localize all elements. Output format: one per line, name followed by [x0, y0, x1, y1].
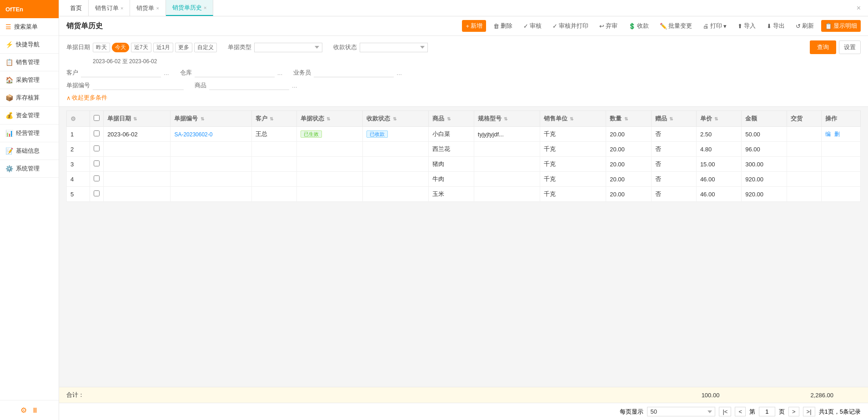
- sort-doc-num-icon[interactable]: ⇅: [201, 116, 204, 121]
- doc-type-select[interactable]: [254, 43, 322, 52]
- collect-button[interactable]: 💲 收款: [625, 20, 652, 32]
- sales-rep-input[interactable]: [314, 68, 394, 77]
- row-checkbox[interactable]: [94, 145, 100, 151]
- page-last-btn[interactable]: >|: [803, 407, 815, 416]
- col-amount-label: 金额: [745, 115, 757, 122]
- date-btn-more[interactable]: 更多: [175, 43, 192, 52]
- col-doc-date: 单据日期 ⇅: [104, 111, 171, 127]
- sidebar-item-purchase-mgmt[interactable]: 🏠 采购管理: [0, 71, 59, 89]
- col-spec: 规格型号 ⇅: [474, 111, 540, 127]
- tab-sales-history[interactable]: 销货单历史 ×: [166, 0, 213, 16]
- delete-button[interactable]: 🗑 删除: [490, 20, 516, 32]
- sidebar-item-quick-nav[interactable]: ⚡ 快捷导航: [0, 36, 59, 54]
- tab-sales-delivery[interactable]: 销货单 ×: [130, 0, 166, 16]
- doc-num-link[interactable]: SA-20230602-0: [174, 131, 212, 138]
- sort-price-icon[interactable]: ⇅: [714, 116, 718, 121]
- edit-link[interactable]: 编: [825, 131, 831, 137]
- sidebar-item-basic-info[interactable]: 📝 基础信息: [0, 142, 59, 160]
- date-btn-1month[interactable]: 近1月: [153, 43, 174, 52]
- select-all-checkbox[interactable]: [94, 115, 100, 121]
- doc-type-label: 单据类型: [228, 43, 251, 51]
- date-btn-yesterday[interactable]: 昨天: [93, 43, 110, 52]
- customer-dots[interactable]: ...: [164, 69, 169, 76]
- sort-gift-icon[interactable]: ⇅: [669, 116, 673, 121]
- cell-price: 2.50: [696, 127, 741, 142]
- sidebar-item-inventory[interactable]: 📦 库存核算: [0, 89, 59, 107]
- table-settings-icon[interactable]: ⚙: [70, 115, 76, 122]
- sort-product-icon[interactable]: ⇅: [447, 116, 451, 121]
- audit-print-button[interactable]: ✓ 审核并打印: [549, 20, 592, 32]
- settings-button[interactable]: 设置: [839, 40, 861, 54]
- row-checkbox[interactable]: [94, 175, 100, 181]
- cell-doc-status: [297, 172, 363, 187]
- date-btn-7days[interactable]: 近7天: [131, 43, 151, 52]
- page-number-input[interactable]: [759, 407, 775, 416]
- tabbar-close-all[interactable]: ×: [854, 4, 863, 12]
- warehouse-input[interactable]: [195, 68, 275, 77]
- table-row: 3 猪肉 千克 20.00 否 15.00 300.00: [67, 157, 861, 172]
- print-button[interactable]: 🖨 打印 ▾: [699, 20, 730, 32]
- sort-doc-status-icon[interactable]: ⇅: [326, 116, 330, 121]
- sort-unit-icon[interactable]: ⇅: [570, 116, 573, 121]
- page-next-btn[interactable]: >: [788, 407, 799, 416]
- tab-sales-order-close[interactable]: ×: [120, 5, 123, 11]
- row-checkbox[interactable]: [94, 130, 100, 136]
- tabbar: 首页 销售订单 × 销货单 × 销货单历史 × ×: [59, 0, 868, 16]
- sales-rep-dots[interactable]: ...: [396, 69, 402, 76]
- batch-change-button[interactable]: ✏️ 批量变更: [656, 20, 696, 32]
- sidebar-item-operations[interactable]: 📊 经营管理: [0, 125, 59, 142]
- cell-transaction: [787, 187, 822, 202]
- product-input[interactable]: [209, 81, 289, 90]
- cell-product: 西兰花: [429, 142, 474, 157]
- sort-doc-date-icon[interactable]: ⇅: [133, 116, 137, 121]
- tab-sales-order-label: 销售订单: [95, 4, 119, 12]
- sort-quantity-icon[interactable]: ⇅: [624, 116, 628, 121]
- audit-button[interactable]: ✓ 审核: [520, 20, 545, 32]
- cell-doc-date: [104, 172, 171, 187]
- export-button[interactable]: ⬇ 导出: [763, 20, 788, 32]
- sidebar-item-label: 采购管理: [16, 76, 40, 84]
- sort-spec-icon[interactable]: ⇅: [504, 116, 507, 121]
- table-row: 5 玉米 千克 20.00 否 46.00 920.00: [67, 187, 861, 202]
- warehouse-dots[interactable]: ...: [277, 69, 283, 76]
- query-button[interactable]: 查询: [810, 40, 836, 54]
- payment-status-select[interactable]: [360, 43, 428, 52]
- tab-sales-delivery-close[interactable]: ×: [156, 5, 159, 11]
- toolbar: + 新增 🗑 删除 ✓ 审核 ✓ 审核并打印 ↩ 弃审 💲 收款: [462, 20, 861, 32]
- product-dots[interactable]: ...: [292, 82, 297, 89]
- sidebar-item-finance[interactable]: 💰 资金管理: [0, 107, 59, 125]
- add-button[interactable]: + 新增: [462, 20, 486, 32]
- sort-customer-icon[interactable]: ⇅: [270, 116, 273, 121]
- tab-sales-history-close[interactable]: ×: [204, 5, 206, 10]
- row-checkbox[interactable]: [94, 160, 100, 166]
- tab-sales-order[interactable]: 销售订单 ×: [89, 0, 130, 16]
- customer-input[interactable]: [81, 68, 161, 77]
- sidebar-item-system-mgmt[interactable]: ⚙️ 系统管理: [0, 160, 59, 178]
- collapse-button[interactable]: ∧ 收起更多条件: [66, 94, 861, 102]
- cell-transaction: [787, 157, 822, 172]
- sidebar-item-sales-mgmt[interactable]: 📋 销售管理: [0, 54, 59, 71]
- abandon-button[interactable]: ↩ 弃审: [596, 20, 621, 32]
- col-quantity: 数量 ⇅: [606, 111, 651, 127]
- filter-row-2: 客户 ... 仓库 ... 业务员 ...: [66, 68, 861, 77]
- table-body: 1 2023-06-02 SA-20230602-0 王总 已生效 已收款 小白…: [67, 127, 861, 202]
- app-name: OfTEn: [5, 6, 23, 13]
- page-prev-btn[interactable]: <: [735, 407, 746, 416]
- refresh-button[interactable]: ↺ 刷新: [792, 20, 818, 32]
- show-detail-button[interactable]: 📋 显示明细: [821, 20, 861, 32]
- page-first-btn[interactable]: |<: [719, 407, 731, 416]
- date-btn-custom[interactable]: 自定义: [194, 43, 217, 52]
- tab-home[interactable]: 首页: [64, 0, 89, 16]
- import-button[interactable]: ⬆ 导入: [734, 20, 759, 32]
- date-btn-today[interactable]: 今天: [112, 43, 129, 52]
- settings-bottom-icon[interactable]: ⚙: [20, 406, 27, 415]
- sort-payment-status-icon[interactable]: ⇅: [393, 116, 396, 121]
- per-page-select[interactable]: 50 100: [647, 407, 715, 416]
- more-link[interactable]: 删: [834, 131, 840, 137]
- doc-num-input[interactable]: [93, 81, 184, 90]
- cell-index: 2: [67, 142, 90, 157]
- cell-price: 4.80: [696, 142, 741, 157]
- row-checkbox[interactable]: [94, 190, 100, 196]
- collapse-sidebar-icon[interactable]: ⏸: [31, 406, 39, 415]
- sidebar-item-search-menu[interactable]: ☰ 搜索菜单: [0, 18, 59, 36]
